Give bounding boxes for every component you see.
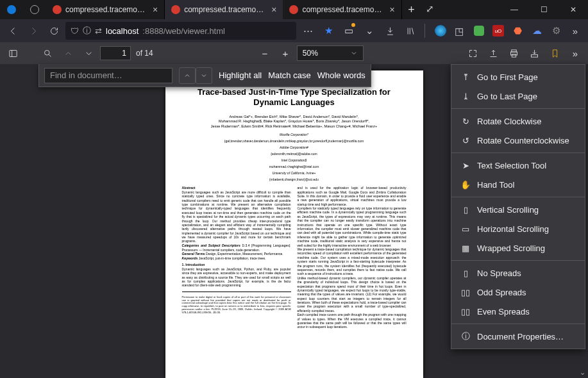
menu-no-spreads[interactable]: ▯No Spreads: [451, 263, 585, 283]
bookmark-star-icon[interactable]: ★: [319, 22, 337, 40]
tab-pdf-3[interactable]: compressed.tracemonke ×: [283, 0, 401, 19]
menu-doc-properties[interactable]: ⓘDocument Properties…: [451, 327, 585, 346]
overflow-icon[interactable]: »: [566, 22, 584, 40]
arrow-last-icon: ⤓: [460, 92, 471, 101]
arrow-first-icon: ⤒: [460, 72, 471, 82]
tab-pinned-2[interactable]: [23, 0, 46, 19]
page-icon: ▯: [460, 268, 471, 278]
pdf-viewer: of 14 − + 50% » Highlight all Match case…: [0, 42, 588, 378]
ext-icon-5[interactable]: ⬣: [508, 22, 526, 40]
spread-even-icon: ▯▯: [460, 307, 471, 316]
wscroll-icon: ▦: [460, 243, 471, 253]
rotate-cw-icon: ↻: [460, 117, 471, 126]
presentation-button[interactable]: [464, 44, 482, 62]
svg-rect-5: [531, 54, 537, 57]
bookmark-button[interactable]: [546, 44, 564, 62]
container-icon[interactable]: ▭: [340, 22, 358, 40]
open-file-button[interactable]: [484, 44, 502, 62]
browser-titlebar: compressed.tracemonkey-pl… × compressed.…: [0, 0, 588, 19]
spread-odd-icon: ▯▯: [460, 288, 471, 297]
vscroll-icon: ▯: [460, 205, 471, 215]
secondary-menu: ⤒Go to First Page ⤓Go to Last Page ↻Rota…: [451, 64, 585, 349]
pocket-icon[interactable]: ⌄: [360, 22, 378, 40]
zoom-select[interactable]: 50%: [297, 45, 364, 61]
menu-last-page[interactable]: ⤓Go to Last Page: [451, 86, 585, 106]
tab-label: compressed.tracemonkey-pl…: [65, 5, 149, 14]
secondary-menu-button[interactable]: »: [566, 44, 584, 62]
doc-title: Trace-based Just-in-Time Type Specializa…: [182, 87, 407, 108]
shield-icon: 🛡: [71, 26, 79, 36]
cursor-icon: ➤: [460, 161, 471, 170]
zoom-value: 50%: [303, 49, 318, 58]
ext-icon-3[interactable]: [470, 22, 488, 40]
tab-pdf-1[interactable]: compressed.tracemonkey-pl… ×: [46, 0, 165, 19]
svg-rect-4: [512, 54, 516, 56]
zoom-in-button[interactable]: +: [276, 44, 294, 62]
menu-rotate-cw[interactable]: ↻Rotate Clockwise: [451, 111, 585, 131]
close-icon[interactable]: ×: [389, 4, 394, 15]
find-highlight-option[interactable]: Highlight all: [219, 70, 262, 80]
close-icon[interactable]: ×: [153, 4, 158, 15]
menu-horizontal-scroll[interactable]: ▭Horizontal Scrolling: [451, 219, 585, 238]
downloads-icon[interactable]: [381, 22, 399, 40]
menu-rotate-ccw[interactable]: ↺Rotate Counterclockwise: [451, 131, 585, 150]
info-icon: ⓘ: [83, 25, 91, 37]
url-host: localhost: [106, 26, 139, 36]
tab-label: compressed.tracemonke: [184, 5, 267, 14]
permissions-icon: ⇄: [95, 26, 102, 36]
scroll-indicator-icon[interactable]: ⌄: [580, 368, 585, 377]
tab-label: compressed.tracemonke: [302, 5, 385, 14]
tab-pinned-1[interactable]: [0, 0, 23, 19]
window-maximize-button[interactable]: ☐: [529, 0, 559, 19]
ext-icon-6[interactable]: ☁: [528, 22, 546, 40]
svg-point-1: [44, 50, 49, 55]
ext-icon-2[interactable]: ◳: [451, 22, 469, 40]
menu-hand-tool[interactable]: ✋Hand Tool: [451, 175, 585, 194]
menu-vertical-scroll[interactable]: ▯Vertical Scrolling: [451, 200, 585, 219]
print-button[interactable]: [505, 44, 523, 62]
url-rest: :8888/web/viewer.html: [142, 26, 225, 36]
nav-reload-button[interactable]: [45, 22, 63, 40]
svg-rect-0: [9, 50, 16, 56]
next-page-button[interactable]: [80, 44, 97, 62]
download-button[interactable]: [525, 44, 543, 62]
url-field[interactable]: 🛡 ⓘ ⇄ localhost:8888/web/viewer.html: [65, 22, 296, 40]
nav-forward-button[interactable]: [24, 22, 42, 40]
find-next-button[interactable]: [196, 67, 212, 84]
info-icon: ⓘ: [460, 331, 471, 342]
pdf-toolbar: of 14 − + 50% »: [0, 42, 588, 64]
menu-even-spreads[interactable]: ▯▯Even Spreads: [451, 302, 585, 321]
find-bar: Highlight all Match case Whole words: [38, 64, 371, 87]
window-minimize-button[interactable]: —: [500, 0, 529, 19]
find-input[interactable]: [44, 68, 172, 83]
ext-icon-ublock[interactable]: uO: [489, 22, 507, 40]
zoom-out-button[interactable]: −: [256, 44, 274, 62]
rotate-ccw-icon: ↺: [460, 136, 471, 145]
hscroll-icon: ▭: [460, 224, 471, 234]
menu-first-page[interactable]: ⤒Go to First Page: [451, 67, 585, 86]
page-number-input[interactable]: [100, 46, 131, 60]
window-close-button[interactable]: ✕: [559, 0, 588, 19]
prev-page-button[interactable]: [59, 44, 77, 62]
browser-addressbar: 🛡 ⓘ ⇄ localhost:8888/web/viewer.html ⋯ ★…: [0, 19, 588, 42]
new-tab-button[interactable]: +: [402, 0, 421, 19]
sidebar-toggle-button[interactable]: [4, 44, 22, 62]
ext-icon-7[interactable]: ⚙: [547, 22, 565, 40]
menu-odd-spreads[interactable]: ▯▯Odd Spreads: [451, 283, 585, 302]
page-count-label: of 14: [136, 49, 153, 58]
menu-text-selection[interactable]: ➤Text Selection Tool: [451, 156, 585, 175]
hand-icon: ✋: [460, 180, 471, 190]
ext-icon-1[interactable]: [432, 22, 449, 40]
close-icon[interactable]: ×: [271, 4, 276, 15]
tab-pdf-active[interactable]: compressed.tracemonke ×: [165, 0, 283, 19]
find-prev-button[interactable]: [179, 67, 196, 84]
menu-wrapped-scroll[interactable]: ▦Wrapped Scrolling: [451, 238, 585, 258]
library-icon[interactable]: [401, 22, 419, 40]
expand-tabs-icon[interactable]: ⤢: [421, 0, 439, 18]
page-actions-icon[interactable]: ⋯: [299, 22, 317, 40]
find-matchcase-option[interactable]: Match case: [268, 70, 310, 80]
find-wholewords-option[interactable]: Whole words: [317, 70, 365, 80]
find-button[interactable]: [38, 44, 56, 62]
pdf-page-1: Trace-based Just-in-Time Type Specializa…: [165, 70, 423, 378]
nav-back-button[interactable]: [4, 22, 22, 40]
